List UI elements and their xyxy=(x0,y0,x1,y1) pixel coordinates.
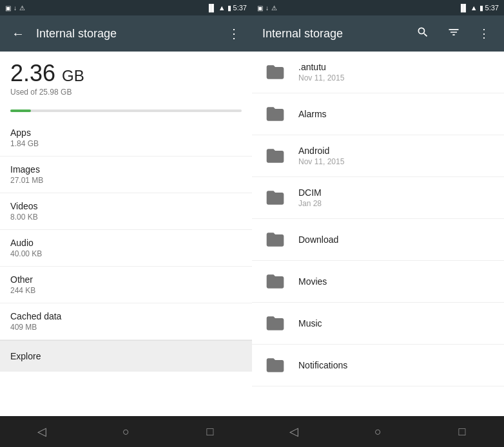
storage-size: 2.36 GB xyxy=(10,62,242,85)
right-download-icon: ↓ xyxy=(266,5,269,12)
folder-alarms[interactable]: Alarms xyxy=(252,93,504,135)
folder-icon-android xyxy=(262,143,288,169)
cached-label: Cached data xyxy=(10,311,242,321)
storage-bar-fill xyxy=(10,109,31,112)
folder-name-download: Download xyxy=(298,234,338,245)
left-home-nav[interactable]: ○ xyxy=(110,425,141,439)
time-display: 5:37 xyxy=(233,4,247,12)
audio-value: 40.00 KB xyxy=(10,249,242,258)
folder-name-movies: Movies xyxy=(298,276,327,287)
right-back-nav[interactable]: ◁ xyxy=(278,424,309,439)
folder-icon-alarms xyxy=(262,101,288,127)
left-toolbar: ← Internal storage ⋮ xyxy=(0,15,252,52)
apps-value: 1.84 GB xyxy=(10,139,242,148)
download-sb-icon: ↓ xyxy=(14,5,17,12)
folder-info-antutu: .antutu Nov 11, 2015 xyxy=(298,62,344,82)
folder-dcim[interactable]: DCIM Jan 28 xyxy=(252,177,504,219)
folder-name-music: Music xyxy=(298,318,322,328)
filter-button[interactable] xyxy=(443,23,464,44)
right-status-icons: ▣ ↓ ⚠ xyxy=(257,5,277,12)
left-status-bar: ▣ ↓ ⚠ ▐▌ ▲ ▮ 5:37 xyxy=(0,0,252,15)
storage-other[interactable]: Other 244 KB xyxy=(0,267,252,303)
folder-icon-music xyxy=(262,310,288,336)
folder-android[interactable]: Android Nov 11, 2015 xyxy=(252,135,504,177)
left-content: 2.36 GB Used of 25.98 GB Apps 1.84 GB Im… xyxy=(0,52,252,416)
right-notif-icon: ▣ xyxy=(257,5,263,12)
folder-icon-dcim xyxy=(262,185,288,211)
left-panel: ▣ ↓ ⚠ ▐▌ ▲ ▮ 5:37 ← Internal storage ⋮ 2… xyxy=(0,0,252,447)
folder-name-notifications: Notifications xyxy=(298,360,347,370)
folder-info-music: Music xyxy=(298,318,322,328)
storage-images[interactable]: Images 27.01 MB xyxy=(0,157,252,193)
folder-music[interactable]: Music xyxy=(252,303,504,345)
storage-bar xyxy=(10,109,242,112)
storage-header: 2.36 GB Used of 25.98 GB xyxy=(0,52,252,102)
cached-value: 409 MB xyxy=(10,323,242,332)
search-button[interactable] xyxy=(412,23,433,44)
battery-icon: ▮ xyxy=(228,4,231,12)
right-warning-icon: ⚠ xyxy=(271,5,277,12)
folder-antutu[interactable]: .antutu Nov 11, 2015 xyxy=(252,52,504,93)
folder-info-dcim: DCIM Jan 28 xyxy=(298,187,322,208)
right-status-right: ▐▌ ▲ ▮ 5:37 xyxy=(458,4,499,12)
right-more-button[interactable]: ⋮ xyxy=(474,24,494,43)
storage-apps[interactable]: Apps 1.84 GB xyxy=(0,120,252,157)
left-back-nav[interactable]: ◁ xyxy=(26,424,57,439)
folder-icon-notifications xyxy=(262,352,288,378)
right-time-display: 5:37 xyxy=(485,4,499,12)
explore-button[interactable]: Explore xyxy=(0,340,252,372)
videos-value: 8.00 KB xyxy=(10,213,242,222)
right-home-nav[interactable]: ○ xyxy=(362,425,393,439)
videos-label: Videos xyxy=(10,201,242,211)
storage-used-text: Used of 25.98 GB xyxy=(10,88,242,97)
right-toolbar: Internal storage ⋮ xyxy=(252,15,504,52)
notification-icon: ▣ xyxy=(5,5,11,12)
folder-info-movies: Movies xyxy=(298,276,327,287)
right-status-bar: ▣ ↓ ⚠ ▐▌ ▲ ▮ 5:37 xyxy=(252,0,504,15)
folder-info-android: Android Nov 11, 2015 xyxy=(298,146,344,166)
wifi-icon: ▲ xyxy=(218,4,226,12)
right-signal-icon: ▐▌ xyxy=(458,4,469,12)
other-value: 244 KB xyxy=(10,286,242,295)
back-button[interactable]: ← xyxy=(10,26,26,41)
folder-info-notifications: Notifications xyxy=(298,360,347,370)
folder-name-android: Android xyxy=(298,146,344,156)
audio-label: Audio xyxy=(10,238,242,248)
folder-download[interactable]: Download xyxy=(252,219,504,261)
folder-name-dcim: DCIM xyxy=(298,187,322,198)
images-value: 27.01 MB xyxy=(10,176,242,185)
folder-info-download: Download xyxy=(298,234,338,245)
folder-icon-download xyxy=(262,227,288,252)
folder-icon-movies xyxy=(262,269,288,294)
left-status-icons: ▣ ↓ ⚠ xyxy=(5,5,25,12)
storage-audio[interactable]: Audio 40.00 KB xyxy=(0,230,252,267)
right-bottom-nav: ◁ ○ □ xyxy=(252,416,504,447)
folder-list: .antutu Nov 11, 2015 Alarms Android Nov … xyxy=(252,52,504,416)
folder-icon-antutu xyxy=(262,59,288,85)
left-toolbar-title: Internal storage xyxy=(36,27,216,41)
right-panel: ▣ ↓ ⚠ ▐▌ ▲ ▮ 5:37 Internal storage ⋮ .an… xyxy=(252,0,504,447)
storage-cached[interactable]: Cached data 409 MB xyxy=(0,303,252,340)
folder-notifications[interactable]: Notifications xyxy=(252,345,504,386)
folder-name-alarms: Alarms xyxy=(298,109,327,119)
folder-name-antutu: .antutu xyxy=(298,62,344,72)
right-battery-icon: ▮ xyxy=(480,4,483,12)
folder-date-dcim: Jan 28 xyxy=(298,199,322,208)
folder-date-android: Nov 11, 2015 xyxy=(298,157,344,166)
right-toolbar-title: Internal storage xyxy=(262,27,402,41)
left-recents-nav[interactable]: □ xyxy=(195,425,226,439)
storage-videos[interactable]: Videos 8.00 KB xyxy=(0,193,252,230)
apps-label: Apps xyxy=(10,128,242,138)
images-label: Images xyxy=(10,164,242,175)
right-wifi-icon: ▲ xyxy=(470,4,478,12)
signal-icon: ▐▌ xyxy=(206,4,217,12)
folder-info-alarms: Alarms xyxy=(298,109,327,119)
warning-sb-icon: ⚠ xyxy=(19,5,25,12)
other-label: Other xyxy=(10,274,242,285)
right-recents-nav[interactable]: □ xyxy=(447,425,478,439)
folder-date-antutu: Nov 11, 2015 xyxy=(298,73,344,82)
left-more-button[interactable]: ⋮ xyxy=(226,26,242,41)
left-bottom-nav: ◁ ○ □ xyxy=(0,416,252,447)
folder-movies[interactable]: Movies xyxy=(252,261,504,303)
left-status-right: ▐▌ ▲ ▮ 5:37 xyxy=(206,4,247,12)
